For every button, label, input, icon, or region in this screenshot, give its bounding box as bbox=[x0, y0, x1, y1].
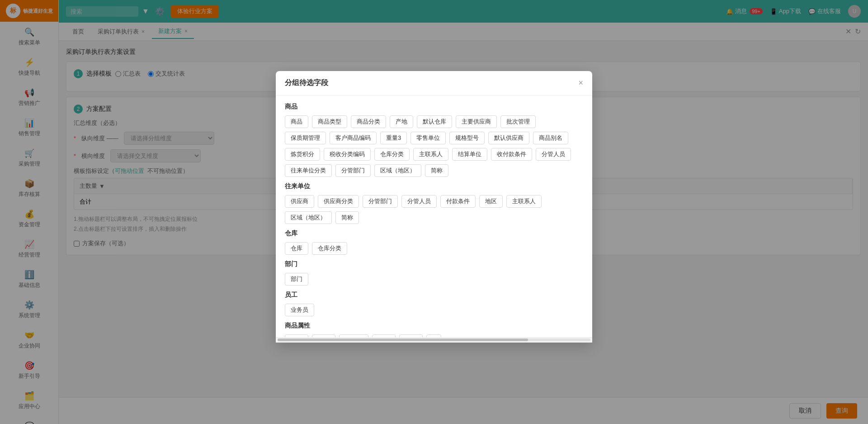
section-title-goods-attr: 商品属性 bbox=[285, 322, 583, 330]
field-tags-goods: 商品 商品类型 商品分类 产地 默认仓库 主要供应商 批次管理 bbox=[285, 115, 583, 128]
field-tag-goods-type[interactable]: 商品类型 bbox=[312, 115, 347, 128]
modal-body: 商品 商品 商品类型 商品分类 产地 默认仓库 主要供应商 批次管理 保质期管理… bbox=[276, 95, 592, 337]
field-tag-dept[interactable]: 分管部门 bbox=[335, 164, 371, 177]
field-tag-partner-short[interactable]: 简称 bbox=[335, 211, 359, 224]
field-tag-retail-unit[interactable]: 零售单位 bbox=[410, 132, 446, 144]
modal-horizontal-scrollbar[interactable] bbox=[276, 337, 592, 343]
field-tags-department: 部门 bbox=[285, 273, 583, 286]
field-tags-employee: 业务员 bbox=[285, 304, 583, 316]
field-tags-warehouse: 仓库 仓库分类 bbox=[285, 242, 583, 255]
field-tags-partner-2: 区域（地区） 简称 bbox=[285, 211, 583, 224]
field-tag-supplier[interactable]: 供应商 bbox=[285, 195, 314, 208]
field-tag-warehouse-category[interactable]: 仓库分类 bbox=[312, 242, 347, 255]
field-tag-customer-code[interactable]: 客户商品编码 bbox=[330, 132, 377, 144]
field-tag-payment-terms[interactable]: 收付款条件 bbox=[491, 148, 532, 161]
field-tag-main-supplier[interactable]: 主要供应商 bbox=[456, 115, 497, 128]
field-select-modal: 分组待选字段 × 商品 商品 商品类型 商品分类 产地 默认仓库 主要供应商 批… bbox=[276, 71, 592, 343]
field-tag-points[interactable]: 炼货积分 bbox=[285, 148, 320, 161]
field-tag-region[interactable]: 区域（地区） bbox=[374, 164, 421, 177]
field-tag-partner-region[interactable]: 区域（地区） bbox=[285, 211, 332, 224]
field-tag-default-supplier[interactable]: 默认供应商 bbox=[488, 132, 529, 144]
field-tag-warehouse[interactable]: 仓库 bbox=[285, 242, 308, 255]
field-tags-goods-2: 保质期管理 客户商品编码 重量3 零售单位 规格型号 默认供应商 商品别名 bbox=[285, 132, 583, 144]
field-tag-partner-contact[interactable]: 主联系人 bbox=[506, 195, 542, 208]
section-title-goods: 商品 bbox=[285, 103, 583, 111]
field-tag-goods-category[interactable]: 商品分类 bbox=[351, 115, 386, 128]
field-tag-partner-payment[interactable]: 付款条件 bbox=[440, 195, 476, 208]
field-tag-salesperson[interactable]: 业务员 bbox=[285, 304, 314, 316]
field-tag-origin[interactable]: 产地 bbox=[390, 115, 413, 128]
field-tag-main-contact[interactable]: 主联系人 bbox=[413, 148, 448, 161]
section-title-department: 部门 bbox=[285, 260, 583, 268]
field-tag-department[interactable]: 部门 bbox=[285, 273, 308, 286]
field-tag-settlement-unit[interactable]: 结算单位 bbox=[452, 148, 487, 161]
field-tag-supplier-cat[interactable]: 供应商分类 bbox=[318, 195, 359, 208]
section-title-warehouse: 仓库 bbox=[285, 229, 583, 238]
field-tag-expiry-mgmt[interactable]: 保质期管理 bbox=[285, 132, 326, 144]
field-tag-tax-code[interactable]: 税收分类编码 bbox=[324, 148, 371, 161]
field-tag-area[interactable]: 地区 bbox=[479, 195, 503, 208]
field-tag-batch-mgmt[interactable]: 批次管理 bbox=[500, 115, 536, 128]
field-tag-default-warehouse[interactable]: 默认仓库 bbox=[417, 115, 452, 128]
field-tag-goods-alias[interactable]: 商品别名 bbox=[533, 132, 568, 144]
field-tag-short-name[interactable]: 简称 bbox=[425, 164, 448, 177]
field-tag-warehouse-cat[interactable]: 仓库分类 bbox=[374, 148, 410, 161]
modal-title: 分组待选字段 bbox=[285, 78, 328, 88]
field-tag-partner-person[interactable]: 分管人员 bbox=[401, 195, 437, 208]
section-title-partner: 往来单位 bbox=[285, 182, 583, 191]
field-tag-supervisor[interactable]: 分管人员 bbox=[536, 148, 571, 161]
field-tags-goods-4: 往来单位分类 分管部门 区域（地区） 简称 bbox=[285, 164, 583, 177]
field-tag-goods[interactable]: 商品 bbox=[285, 115, 308, 128]
field-tag-spec-model[interactable]: 规格型号 bbox=[449, 132, 485, 144]
hscroll-thumb[interactable] bbox=[278, 338, 528, 341]
field-tags-goods-3: 炼货积分 税收分类编码 仓库分类 主联系人 结算单位 收付款条件 分管人员 bbox=[285, 148, 583, 161]
field-tag-partner-dept[interactable]: 分管部门 bbox=[363, 195, 398, 208]
section-title-employee: 员工 bbox=[285, 291, 583, 299]
hscroll-track bbox=[278, 338, 590, 341]
modal-header: 分组待选字段 × bbox=[276, 71, 592, 95]
modal-close-button[interactable]: × bbox=[578, 78, 583, 88]
field-tag-partner-cat[interactable]: 往来单位分类 bbox=[285, 164, 332, 177]
field-tags-partner: 供应商 供应商分类 分管部门 分管人员 付款条件 地区 主联系人 bbox=[285, 195, 583, 208]
field-tag-weight[interactable]: 重量3 bbox=[380, 132, 407, 144]
